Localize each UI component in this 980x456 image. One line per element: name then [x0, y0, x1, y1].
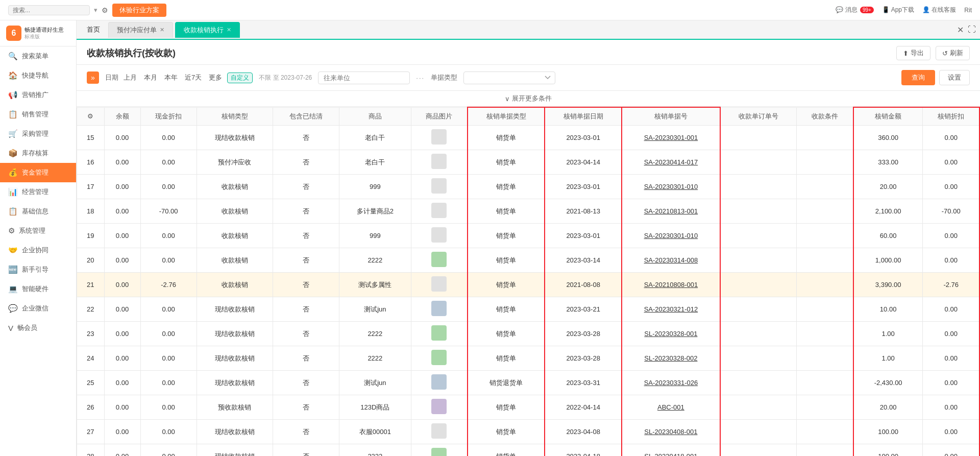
- data-table: ⚙ 余额 现金折扣 核销类型 包含已结清 商品 商品图片 核销单据类型 核销单据…: [77, 107, 980, 456]
- row-verify-bill-no[interactable]: SA-20210808-001: [622, 273, 720, 297]
- row-verify-bill-no[interactable]: SA-20230321-012: [622, 297, 720, 322]
- sidebar-item-system[interactable]: ⚙ 系统管理: [0, 221, 76, 241]
- row-id: 26: [77, 395, 105, 420]
- sidebar-item-purchase[interactable]: 🛒 采购管理: [0, 124, 76, 143]
- date-7days[interactable]: 近7天: [183, 72, 204, 83]
- tab-collection-close-icon[interactable]: ✕: [227, 27, 231, 33]
- row-verify-bill-no[interactable]: SL-20230328-002: [622, 346, 720, 371]
- sidebar-item-label: 库存核算: [22, 149, 48, 158]
- industry-btn[interactable]: 休验行业方案: [112, 4, 166, 17]
- row-verify-bill-type: 销货单: [468, 248, 545, 273]
- row-verify-bill-date: 2023-03-01: [545, 126, 622, 150]
- row-product-img: [411, 224, 468, 248]
- row-balance: 0.00: [104, 199, 140, 224]
- system-icon: ⚙: [8, 226, 15, 235]
- sidebar-item-label: 智能硬件: [22, 284, 48, 294]
- date-custom-btn[interactable]: 自定义: [227, 73, 253, 83]
- sidebar-item-label: 畅会员: [17, 323, 37, 332]
- row-verify-bill-type: 销货单: [468, 420, 545, 444]
- export-button[interactable]: ⬆ 导出: [896, 46, 930, 60]
- date-more[interactable]: 更多: [207, 72, 224, 83]
- sidebar-item-hardware[interactable]: 💻 智能硬件: [0, 279, 76, 299]
- sidebar-item-guide[interactable]: 🆕 新手引导: [0, 260, 76, 279]
- sidebar-item-base[interactable]: 📋 基础信息: [0, 202, 76, 221]
- date-this-month[interactable]: 本月: [142, 72, 159, 83]
- row-collection-condition: [797, 224, 853, 248]
- message-btn[interactable]: 💬 消息 99+: [836, 6, 874, 14]
- sidebar-item-quicknav[interactable]: 🏠 快捷导航: [0, 66, 76, 85]
- col-include-cleared: 包含已结清: [273, 107, 339, 126]
- tab-prepay[interactable]: 预付冲应付单 ✕: [108, 22, 173, 38]
- row-verify-bill-no[interactable]: SL-20230418-001: [622, 444, 720, 457]
- row-balance: 0.00: [104, 175, 140, 199]
- row-verify-bill-no[interactable]: SA-20230301-001: [622, 126, 720, 150]
- sidebar-item-sales[interactable]: 📋 销售管理: [0, 105, 76, 124]
- row-verify-bill-no[interactable]: SA-20230414-017: [622, 150, 720, 175]
- sidebar-item-operation[interactable]: 📊 经营管理: [0, 182, 76, 202]
- app-download-btn[interactable]: 📱 App下载: [882, 6, 914, 14]
- search-menu-icon: 🔍: [8, 52, 18, 61]
- row-verify-amount: 3,390.00: [853, 273, 923, 297]
- row-verify-type: 现结收款核销: [197, 126, 273, 150]
- row-verify-bill-date: 2023-04-18: [545, 444, 622, 457]
- table-container[interactable]: ⚙ 余额 现金折扣 核销类型 包含已结清 商品 商品图片 核销单据类型 核销单据…: [77, 107, 980, 456]
- row-product: 多计量商品2: [339, 199, 411, 224]
- row-collection-order-no: [720, 199, 797, 224]
- tab-home[interactable]: 首页: [81, 22, 106, 37]
- row-product-img: [411, 126, 468, 150]
- refresh-button[interactable]: ↺ 刷新: [936, 46, 970, 60]
- sidebar-item-finance[interactable]: 💰 资金管理: [0, 163, 76, 182]
- sidebar-item-marketing[interactable]: 📢 营销推广: [0, 85, 76, 105]
- row-collection-condition: [797, 346, 853, 371]
- row-verify-bill-type: 销货单: [468, 346, 545, 371]
- sidebar-item-enterprise[interactable]: 🤝 企业协同: [0, 241, 76, 260]
- expand-more-button[interactable]: ∨ 展开更多条件: [505, 94, 552, 103]
- gear-icon[interactable]: ⚙: [102, 6, 108, 14]
- date-this-year[interactable]: 本年: [162, 72, 180, 83]
- filter-dots: ···: [416, 74, 425, 82]
- query-button[interactable]: 查询: [901, 70, 935, 85]
- row-verify-bill-type: 销货单: [468, 199, 545, 224]
- tab-bar-actions: ✕ ⛶: [957, 25, 976, 35]
- row-verify-bill-type: 销货单: [468, 322, 545, 346]
- tab-close-all-icon[interactable]: ✕: [957, 25, 964, 35]
- tab-collection[interactable]: 收款核销执行 ✕: [175, 22, 240, 38]
- dropdown-arrow-icon[interactable]: ▾: [94, 6, 97, 14]
- sidebar-item-inventory[interactable]: 📦 库存核算: [0, 143, 76, 163]
- filter-expand-button[interactable]: »: [87, 71, 99, 84]
- col-gear[interactable]: ⚙: [77, 107, 105, 126]
- sidebar-item-vip[interactable]: V 畅会员: [0, 318, 76, 338]
- voucher-type-select[interactable]: [463, 71, 555, 84]
- row-verify-bill-no[interactable]: SA-20230314-008: [622, 248, 720, 273]
- date-last-month[interactable]: 上月: [121, 72, 139, 83]
- sidebar-item-search[interactable]: 🔍 搜索菜单: [0, 46, 76, 66]
- base-icon: 📋: [8, 207, 18, 216]
- sidebar-menu: 🔍 搜索菜单 🏠 快捷导航 📢 营销推广 📋 销售管理 🛒 采购管理 📦: [0, 46, 76, 456]
- tab-expand-icon[interactable]: ⛶: [968, 25, 976, 35]
- col-collection-order-no: 收款单订单号: [720, 107, 797, 126]
- row-verify-bill-no[interactable]: SA-20230331-026: [622, 371, 720, 395]
- sidebar-item-wechat[interactable]: 💬 企业微信: [0, 299, 76, 318]
- settings-button[interactable]: 设置: [939, 70, 970, 85]
- row-balance: 0.00: [104, 322, 140, 346]
- row-verify-bill-type: 销货单: [468, 297, 545, 322]
- row-verify-bill-no[interactable]: SL-20230328-001: [622, 322, 720, 346]
- search-input[interactable]: [8, 5, 90, 15]
- row-verify-bill-no[interactable]: SA-20210813-001: [622, 199, 720, 224]
- row-collection-order-no: [720, 224, 797, 248]
- row-verify-bill-no[interactable]: SA-20230301-010: [622, 224, 720, 248]
- row-collection-order-no: [720, 150, 797, 175]
- sidebar-item-label: 快捷导航: [22, 71, 48, 80]
- row-collection-order-no: [720, 322, 797, 346]
- row-verify-bill-no[interactable]: ABC-001: [622, 395, 720, 420]
- row-verify-bill-type: 销货单: [468, 150, 545, 175]
- operation-icon: 📊: [8, 187, 18, 197]
- tab-prepay-close-icon[interactable]: ✕: [160, 27, 164, 33]
- row-verify-bill-no[interactable]: SA-20230301-010: [622, 175, 720, 199]
- partner-input[interactable]: [318, 71, 410, 84]
- online-service-btn[interactable]: 👤 在线客服: [922, 6, 956, 14]
- row-balance: 0.00: [104, 126, 140, 150]
- row-verify-amount: 2,100.00: [853, 199, 923, 224]
- row-verify-bill-no[interactable]: SL-20230408-001: [622, 420, 720, 444]
- row-id: 24: [77, 346, 105, 371]
